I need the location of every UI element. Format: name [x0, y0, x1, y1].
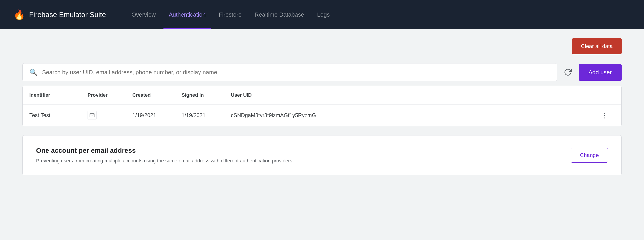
add-user-button[interactable]: Add user [578, 64, 622, 81]
app-header: 🔥 Firebase Emulator Suite Overview Authe… [0, 0, 644, 29]
column-signed-in: Signed In [182, 92, 231, 98]
main-nav: Overview Authentication Firestore Realti… [126, 0, 335, 29]
nav-item-realtime-database[interactable]: Realtime Database [249, 0, 310, 29]
cell-row-actions: ⋮ [601, 111, 615, 119]
top-bar: Clear all data [22, 38, 622, 54]
row-more-menu-button[interactable]: ⋮ [601, 111, 608, 119]
info-card: One account per email address Preventing… [22, 135, 622, 175]
cell-identifier: Test Test [29, 112, 88, 118]
search-input[interactable] [42, 69, 550, 76]
change-button[interactable]: Change [571, 148, 608, 163]
info-card-title: One account per email address [36, 147, 571, 154]
column-uid: User UID [231, 92, 601, 98]
search-input-wrapper: 🔍 [22, 63, 557, 81]
column-identifier: Identifier [29, 92, 88, 98]
cell-created: 1/19/2021 [132, 112, 182, 118]
email-provider-icon [88, 111, 96, 120]
refresh-button[interactable] [562, 66, 574, 78]
search-icon: 🔍 [29, 68, 38, 76]
nav-item-logs[interactable]: Logs [312, 0, 335, 29]
info-card-content: One account per email address Preventing… [36, 147, 571, 164]
nav-item-authentication[interactable]: Authentication [164, 0, 211, 29]
nav-item-overview[interactable]: Overview [126, 0, 161, 29]
search-bar-container: 🔍 Add user [22, 63, 622, 81]
table-row: Test Test 1/19/2021 1/19/2021 cSNDgaM3ty… [22, 104, 622, 126]
logo-area: 🔥 Firebase Emulator Suite [14, 9, 106, 20]
column-actions [601, 92, 615, 98]
column-provider: Provider [88, 92, 132, 98]
info-card-description: Preventing users from creating multiple … [36, 158, 571, 164]
cell-uid: cSNDgaM3tyr3t9lzmAGf1y5RyzmG [231, 112, 601, 118]
cell-signed-in: 1/19/2021 [182, 112, 231, 118]
firebase-logo-icon: 🔥 [14, 9, 25, 20]
cell-provider [88, 111, 132, 120]
clear-all-button[interactable]: Clear all data [572, 38, 622, 54]
main-content: Clear all data 🔍 Add user Identifier Pro… [0, 29, 644, 184]
nav-item-firestore[interactable]: Firestore [213, 0, 247, 29]
table-header: Identifier Provider Created Signed In Us… [22, 86, 622, 104]
column-created: Created [132, 92, 182, 98]
users-table: Identifier Provider Created Signed In Us… [22, 86, 622, 126]
app-title: Firebase Emulator Suite [29, 11, 106, 19]
